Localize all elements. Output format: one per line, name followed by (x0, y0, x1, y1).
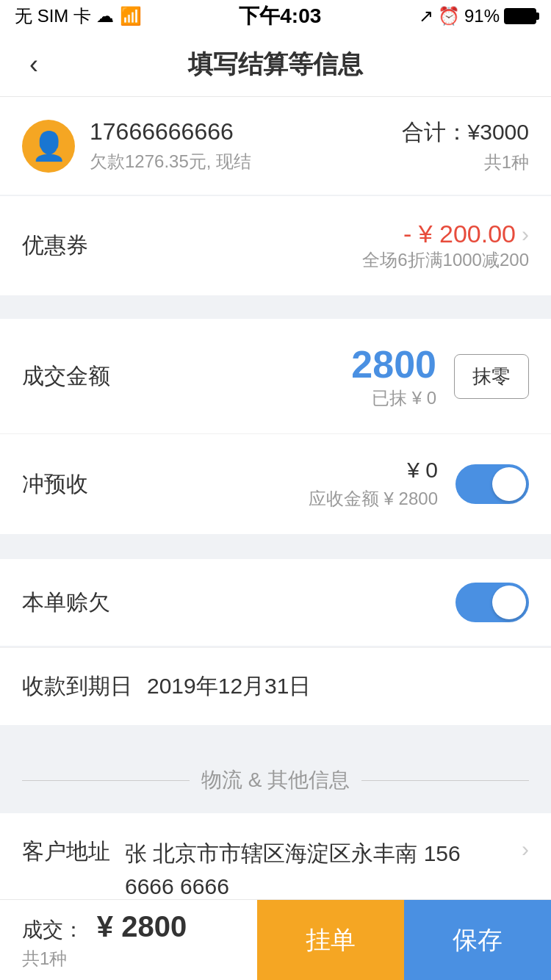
coupon-label: 优惠券 (22, 231, 88, 261)
toggle-knob (492, 467, 526, 501)
customer-card: 👤 17666666666 欠款1276.35元, 现结 合计：¥3000 共1… (0, 97, 551, 195)
content-area: 👤 17666666666 欠款1276.35元, 现结 合计：¥3000 共1… (0, 97, 551, 980)
due-date-row: 收款到期日 2019年12月31日 (0, 647, 551, 725)
debt-toggle-knob (492, 586, 526, 619)
amount-label: 成交金额 (22, 361, 110, 392)
wifi-icon: 📶 (120, 6, 142, 26)
debt-section: 本单赊欠 (0, 559, 551, 646)
status-time: 下午4:03 (239, 2, 321, 30)
logistics-text: 物流 & 其他信息 (201, 766, 350, 794)
prepay-sub: 应收金额 ¥ 2800 (309, 487, 438, 511)
customer-total: 合计：¥3000 (402, 118, 529, 148)
section-gap-3 (0, 737, 551, 749)
round-button[interactable]: 抹零 (454, 354, 529, 399)
save-button[interactable]: 保存 (404, 900, 551, 981)
customer-phone: 17666666666 (90, 118, 251, 145)
footer-deal-label: 成交： (22, 918, 84, 941)
battery-icon (504, 8, 536, 24)
amount-row: 成交金额 2800 已抹 ¥ 0 抹零 (0, 319, 551, 433)
section-gap-2 (0, 536, 551, 547)
back-button[interactable]: ‹ (22, 42, 46, 87)
prepay-row: 冲预收 ¥ 0 应收金额 ¥ 2800 (0, 433, 551, 534)
battery-percent: 91% (464, 6, 500, 26)
divider-line-right (361, 780, 529, 781)
amount-sub: 已抹 ¥ 0 (351, 386, 436, 410)
address-chevron-icon: › (522, 837, 529, 862)
due-date-value: 2019年12月31日 (147, 671, 311, 702)
due-date-label: 收款到期日 (22, 671, 132, 702)
status-right: ↗ ⏰ 91% (419, 6, 536, 26)
page-title: 填写结算等信息 (188, 48, 363, 82)
status-bar: 无 SIM 卡 ☁ 📶 下午4:03 ↗ ⏰ 91% (0, 0, 551, 32)
amount-section: 成交金额 2800 已抹 ¥ 0 抹零 冲预收 ¥ 0 应收金额 ¥ 2800 (0, 319, 551, 534)
chevron-right-icon: › (522, 222, 529, 247)
amount-value: 2800 (351, 342, 436, 386)
address-content: 张 北京市市辖区海淀区永丰南 156 6666 6666 (125, 837, 501, 903)
coupon-row[interactable]: 优惠券 - ¥ 200.00 › 全场6折满1000减200 (0, 196, 551, 295)
hang-order-button[interactable]: 挂单 (257, 900, 404, 981)
coupon-amount: - ¥ 200.00 (403, 220, 516, 248)
footer: 成交： ¥ 2800 共1种 挂单 保存 (0, 899, 551, 980)
debt-label: 本单赊欠 (22, 588, 110, 618)
address-label: 客户地址 (22, 837, 110, 867)
section-gap-1 (0, 307, 551, 319)
footer-amount: ¥ 2800 (97, 910, 187, 943)
avatar: 👤 (22, 120, 75, 173)
no-sim-text: 无 SIM 卡 ☁ (15, 4, 114, 28)
debt-toggle[interactable] (455, 583, 529, 622)
customer-count: 共1种 (402, 151, 529, 174)
coupon-desc: 全场6折满1000减200 (362, 248, 529, 272)
divider-line-left (22, 780, 190, 781)
customer-sub: 欠款1276.35元, 现结 (90, 150, 251, 173)
prepay-amount: ¥ 0 (309, 458, 438, 483)
prepay-label: 冲预收 (22, 469, 88, 500)
nav-bar: ‹ 填写结算等信息 (0, 32, 551, 97)
footer-count: 共1种 (22, 947, 235, 970)
location-icon: ↗ (419, 6, 433, 26)
status-left: 无 SIM 卡 ☁ 📶 (15, 4, 142, 28)
footer-info: 成交： ¥ 2800 共1种 (0, 910, 257, 970)
logistics-divider: 物流 & 其他信息 (0, 749, 551, 812)
alarm-icon: ⏰ (438, 6, 460, 26)
prepay-toggle[interactable] (455, 464, 529, 504)
